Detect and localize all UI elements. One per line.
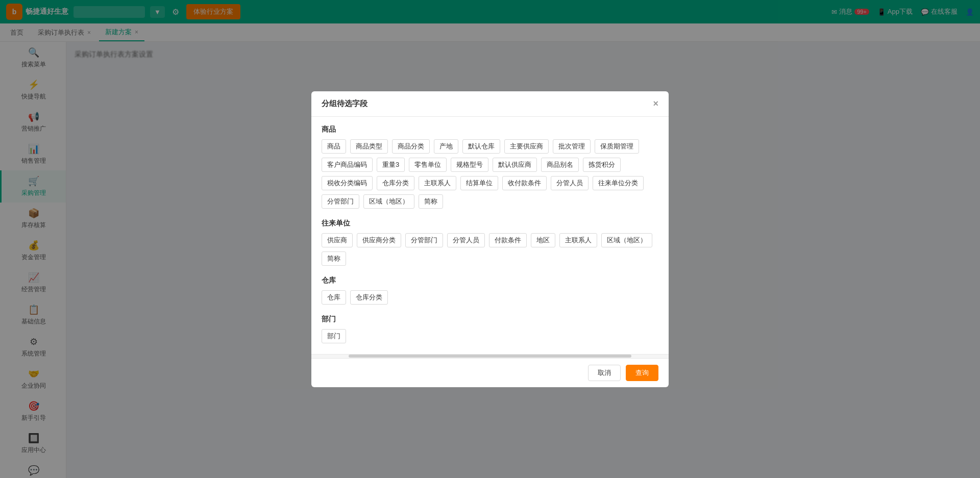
field-tag-main-contact[interactable]: 主联系人	[419, 176, 456, 190]
field-tag-warehouse-category[interactable]: 仓库分类	[377, 176, 414, 190]
field-tag-partner-dept[interactable]: 分管部门	[405, 233, 443, 247]
modal-footer: 取消 查询	[311, 358, 669, 387]
field-tag-supervisor[interactable]: 分管人员	[551, 176, 589, 190]
field-tag-settlement-unit[interactable]: 结算单位	[460, 176, 498, 190]
cancel-button[interactable]: 取消	[588, 365, 621, 381]
field-tag-product-type[interactable]: 商品类型	[350, 139, 388, 154]
field-group-product: 商品 商品 商品类型 商品分类 产地 默认仓库 主要供应商 批次管理 保质期管理…	[322, 125, 658, 209]
field-tag-tax-code[interactable]: 税收分类编码	[322, 176, 373, 190]
field-tag-partner-category[interactable]: 往来单位分类	[593, 176, 644, 190]
field-group-product-title: 商品	[322, 125, 658, 134]
field-tags-partner: 供应商 供应商分类 分管部门 分管人员 付款条件 地区 主联系人 区域（地区） …	[322, 233, 658, 266]
modal-title: 分组待选字段	[322, 99, 368, 109]
modal-horizontal-scrollbar[interactable]	[311, 354, 669, 358]
field-tag-supplier[interactable]: 供应商	[322, 233, 353, 247]
field-tag-dept[interactable]: 分管部门	[322, 194, 359, 209]
field-tag-partner-abbr[interactable]: 简称	[322, 251, 346, 266]
field-tag-pick-points[interactable]: 拣货积分	[583, 158, 621, 172]
field-tag-product-category[interactable]: 商品分类	[392, 139, 430, 154]
modal-overlay: 分组待选字段 × 商品 商品 商品类型 商品分类 产地 默认仓库 主要供应商 批…	[0, 0, 980, 478]
field-tag-supplier-category[interactable]: 供应商分类	[357, 233, 401, 247]
modal-header: 分组待选字段 ×	[311, 91, 669, 117]
field-tag-abbr[interactable]: 简称	[419, 194, 443, 209]
field-group-warehouse: 仓库 仓库 仓库分类	[322, 276, 658, 305]
field-tag-warehouse[interactable]: 仓库	[322, 290, 346, 305]
field-group-department-title: 部门	[322, 315, 658, 324]
field-tag-spec-model[interactable]: 规格型号	[451, 158, 488, 172]
field-tag-department[interactable]: 部门	[322, 329, 346, 343]
field-tag-default-warehouse[interactable]: 默认仓库	[462, 139, 500, 154]
modal-close-button[interactable]: ×	[653, 98, 658, 109]
modal-body: 商品 商品 商品类型 商品分类 产地 默认仓库 主要供应商 批次管理 保质期管理…	[311, 117, 669, 354]
field-tags-department: 部门	[322, 329, 658, 343]
field-tag-partner-contact[interactable]: 主联系人	[559, 233, 597, 247]
field-tag-default-supplier[interactable]: 默认供应商	[493, 158, 537, 172]
field-tag-origin[interactable]: 产地	[434, 139, 458, 154]
field-tag-partner-district[interactable]: 区域（地区）	[601, 233, 652, 247]
field-group-department: 部门 部门	[322, 315, 658, 343]
hscroll-thumb	[349, 355, 631, 358]
field-group-warehouse-title: 仓库	[322, 276, 658, 285]
field-tag-expiry-mgmt[interactable]: 保质期管理	[595, 139, 639, 154]
field-tag-retail-unit[interactable]: 零售单位	[409, 158, 447, 172]
field-tag-customer-code[interactable]: 客户商品编码	[322, 158, 373, 172]
field-tag-region[interactable]: 区域（地区）	[363, 194, 414, 209]
field-tag-product[interactable]: 商品	[322, 139, 346, 154]
field-tag-batch-mgmt[interactable]: 批次管理	[553, 139, 591, 154]
field-tag-partner-supervisor[interactable]: 分管人员	[447, 233, 485, 247]
confirm-button[interactable]: 查询	[626, 365, 658, 381]
field-tag-weight[interactable]: 重量3	[377, 158, 405, 172]
field-tags-warehouse: 仓库 仓库分类	[322, 290, 658, 305]
field-tags-product: 商品 商品类型 商品分类 产地 默认仓库 主要供应商 批次管理 保质期管理 客户…	[322, 139, 658, 209]
field-tag-main-supplier[interactable]: 主要供应商	[504, 139, 549, 154]
field-tag-partner-payment[interactable]: 付款条件	[489, 233, 527, 247]
field-group-partner: 往来单位 供应商 供应商分类 分管部门 分管人员 付款条件 地区 主联系人 区域…	[322, 219, 658, 266]
field-tag-wh-category[interactable]: 仓库分类	[350, 290, 388, 305]
field-tag-product-alias[interactable]: 商品别名	[541, 158, 579, 172]
modal: 分组待选字段 × 商品 商品 商品类型 商品分类 产地 默认仓库 主要供应商 批…	[311, 91, 669, 387]
field-tag-partner-region[interactable]: 地区	[531, 233, 555, 247]
field-tag-payment-terms[interactable]: 收付款条件	[502, 176, 547, 190]
field-group-partner-title: 往来单位	[322, 219, 658, 228]
